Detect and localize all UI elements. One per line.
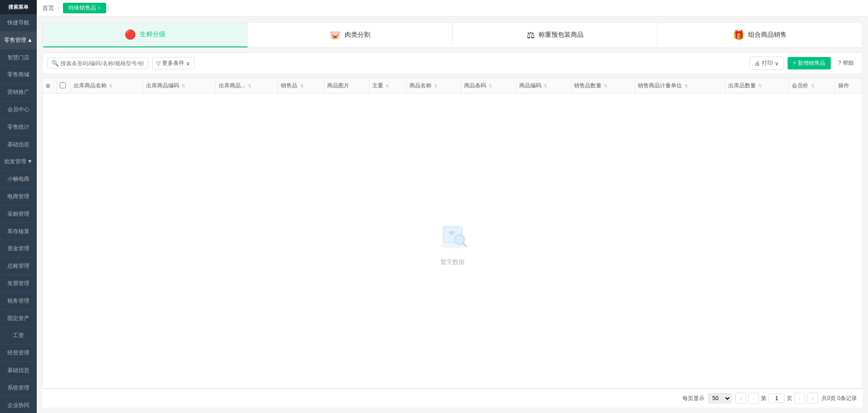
sort-icon: ⇅	[434, 83, 437, 88]
sidebar-item-payroll[interactable]: 工资	[0, 327, 37, 344]
col-checkbox[interactable]	[57, 78, 70, 94]
pagination-bar: 每页显示 50 10 20 100 « ‹ 第 页 › » 共0页 0条记录	[42, 389, 862, 407]
tab-weigh-pack-label: 称重预包装商品	[539, 31, 584, 39]
data-table: ⚙ 出库商品名称 ⇅ 出库商品编码 ⇅ 出库商品... ⇅	[43, 78, 862, 94]
sidebar-item-invoice-mgmt[interactable]: 发票管理	[0, 275, 37, 293]
tab-fresh-grade[interactable]: 🔴 生鲜分级	[43, 23, 248, 47]
sidebar-item-fixed-assets[interactable]: 固定资产	[0, 310, 37, 327]
combo-sale-icon: 🎁	[733, 29, 744, 40]
col-out-qty[interactable]: 出库品数量 ⇅	[725, 78, 789, 94]
col-member-price[interactable]: 会员价 ⇅	[789, 78, 835, 94]
col-out-product-x[interactable]: 出库商品... ⇅	[216, 78, 278, 94]
sort-icon: ⇅	[544, 83, 547, 88]
sidebar-item-ecom-mgmt[interactable]: 电商管理	[0, 188, 37, 206]
sidebar-item-corp-collab[interactable]: 企业协同	[0, 397, 37, 413]
meat-cut-icon: 🐷	[329, 29, 341, 40]
sidebar-item-basic-info2[interactable]: 基础信息	[0, 362, 37, 379]
search-input[interactable]	[61, 60, 144, 67]
sidebar-item-sales-promo[interactable]: 营销推广	[0, 84, 37, 101]
first-page-button[interactable]: «	[735, 393, 746, 404]
toolbar: 🔍 ▽ 更多条件 ∨ 🖨 打印 ∨ + 新增销售品 ? 帮助	[42, 52, 862, 74]
sidebar-item-ops-mgmt[interactable]: 经营管理	[0, 344, 37, 362]
print-label: 打印	[762, 59, 773, 67]
sort-icon: ⇅	[109, 83, 113, 88]
col-product-image: 商品图片	[324, 78, 369, 94]
sort-icon: ⇅	[386, 83, 389, 88]
print-button[interactable]: 🖨 打印 ∨	[749, 57, 784, 70]
sort-icon: ⇅	[182, 83, 185, 88]
sidebar-item-retail-mall[interactable]: 零售商城	[0, 66, 37, 84]
col-operation: 操作	[835, 78, 862, 94]
next-page-button[interactable]: ›	[794, 393, 805, 404]
empty-state: 暂无数据	[43, 94, 862, 388]
sidebar-item-purchase-mgmt[interactable]: 采购管理	[0, 206, 37, 223]
active-tab-badge[interactable]: 特殊销售品 ×	[63, 3, 106, 13]
search-icon: 🔍	[51, 60, 59, 67]
breadcrumb-home[interactable]: 首页	[42, 4, 54, 12]
page-suffix: 页	[787, 395, 792, 402]
weigh-pack-icon: ⚖	[527, 29, 535, 40]
col-out-product-name[interactable]: 出库商品名称 ⇅	[70, 78, 143, 94]
filter-icon: ▽	[156, 60, 160, 67]
col-main-weight[interactable]: 主重 ⇅	[369, 78, 406, 94]
col-product-barcode[interactable]: 商品条码 ⇅	[461, 78, 516, 94]
tab-combo-sale-label: 组合商品销售	[748, 31, 787, 39]
empty-state-icon	[434, 216, 471, 252]
col-sales-item[interactable]: 销售品 ⇅	[278, 78, 324, 94]
tab-meat-cut[interactable]: 🐷 肉类分割	[248, 23, 453, 47]
sidebar-item-mini-ecom[interactable]: 小畅电商	[0, 171, 37, 188]
tab-weigh-pack[interactable]: ⚖ 称重预包装商品	[453, 23, 658, 47]
col-sales-qty[interactable]: 销售品数量 ⇅	[571, 78, 635, 94]
select-all-checkbox[interactable]	[60, 82, 66, 88]
tab-combo-sale[interactable]: 🎁 组合商品销售	[658, 23, 862, 47]
table-container: ⚙ 出库商品名称 ⇅ 出库商品编码 ⇅ 出库商品... ⇅	[42, 78, 862, 389]
col-settings[interactable]: ⚙	[43, 78, 57, 94]
sort-icon: ⇅	[248, 83, 251, 88]
page-content: 🔴 生鲜分级 🐷 肉类分割 ⚖ 称重预包装商品 🎁 组合商品销售 🔍	[37, 17, 868, 413]
table-header-row: ⚙ 出库商品名称 ⇅ 出库商品编码 ⇅ 出库商品... ⇅	[43, 78, 862, 94]
sidebar-item-smart-store[interactable]: 智慧门店	[0, 49, 37, 67]
sidebar-item-wholesale-mgmt[interactable]: 批发管理 ▼	[0, 153, 37, 171]
sidebar-item-sys-mgmt[interactable]: 系统管理	[0, 379, 37, 397]
sidebar-item-fund-mgmt[interactable]: 资金管理	[0, 240, 37, 258]
filter-label: 更多条件	[162, 59, 184, 67]
toolbar-left: 🔍 ▽ 更多条件 ∨	[47, 57, 194, 69]
sort-icon: ⇅	[758, 83, 762, 88]
sort-icon: ⇅	[604, 83, 607, 88]
breadcrumb-separator: /	[58, 5, 59, 11]
filter-button[interactable]: ▽ 更多条件 ∨	[152, 57, 194, 69]
col-product-name[interactable]: 商品名称 ⇅	[406, 78, 461, 94]
chevron-down-icon: ∨	[186, 60, 190, 67]
help-label: 帮助	[843, 60, 854, 66]
page-label: 第	[761, 395, 766, 402]
new-product-button[interactable]: + 新增销售品	[788, 57, 831, 69]
sort-icon: ⇅	[488, 83, 492, 88]
sidebar-logo[interactable]: 搜索菜单	[0, 0, 37, 14]
search-box[interactable]: 🔍	[47, 57, 148, 69]
prev-page-button[interactable]: ‹	[748, 393, 759, 404]
svg-point-4	[455, 235, 464, 244]
sidebar-item-retail-mgmt[interactable]: 零售管理 ▲	[0, 32, 37, 49]
last-page-button[interactable]: »	[807, 393, 818, 404]
active-tab-label: 特殊销售品	[68, 4, 96, 12]
sidebar-item-member-center[interactable]: 会员中心	[0, 101, 37, 119]
sort-icon: ⇅	[684, 83, 688, 88]
sidebar-item-retail-stats[interactable]: 零售统计	[0, 119, 37, 136]
sidebar-item-tax-mgmt[interactable]: 税务管理	[0, 293, 37, 310]
sort-icon: ⇅	[300, 83, 304, 88]
sidebar-item-quick-nav[interactable]: 快捷导航	[0, 14, 37, 32]
help-button[interactable]: ? 帮助	[834, 57, 857, 69]
total-text: 共0页 0条记录	[822, 395, 857, 402]
col-sales-unit[interactable]: 销售商品计量单位 ⇅	[635, 78, 725, 94]
sidebar-item-basic-info[interactable]: 基础信息	[0, 136, 37, 154]
sidebar-item-inventory[interactable]: 库存核算	[0, 223, 37, 241]
pagination-nav: « ‹ 第 页 › »	[735, 393, 818, 404]
empty-text: 暂无数据	[441, 258, 465, 266]
col-product-code[interactable]: 商品编码 ⇅	[516, 78, 571, 94]
page-input[interactable]	[768, 394, 785, 403]
sidebar-item-general-ledger[interactable]: 总账管理	[0, 258, 37, 275]
close-icon[interactable]: ×	[98, 6, 101, 11]
per-page-label: 每页显示	[682, 395, 704, 402]
col-out-product-code[interactable]: 出库商品编码 ⇅	[143, 78, 216, 94]
per-page-select[interactable]: 50 10 20 100	[708, 393, 732, 403]
